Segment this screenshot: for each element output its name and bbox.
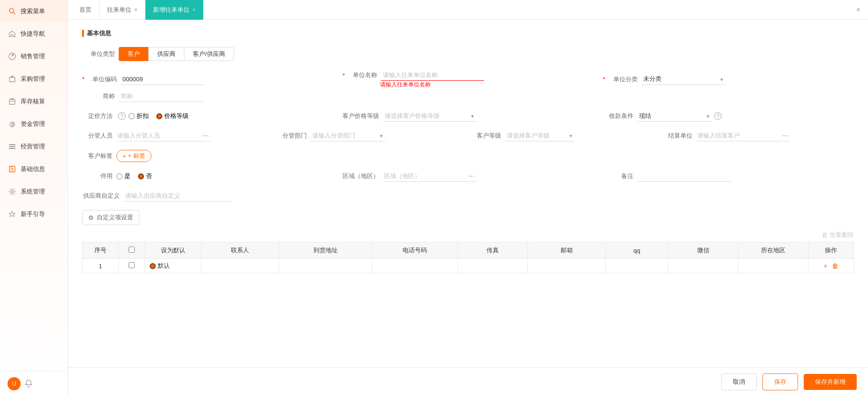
radio-discount-input[interactable] [129, 113, 135, 119]
dept-input[interactable] [311, 130, 386, 141]
sidebar-search[interactable]: 搜索菜单 [0, 0, 68, 23]
pricing-radio-group: 折扣 价格等级 [129, 112, 189, 120]
settings-gear-icon: ⚙ [88, 214, 94, 221]
abbr-input[interactable] [119, 91, 203, 102]
th-checkbox [119, 242, 145, 259]
sidebar-bottom: U [0, 371, 68, 396]
cell-email[interactable] [528, 259, 606, 273]
unit-type-label: 单位类型 [82, 50, 115, 58]
settlement-unit-input[interactable] [696, 130, 780, 141]
unit-category-select-wrap [641, 74, 726, 85]
supplier-custom-input[interactable] [123, 190, 231, 202]
sidebar-item-purchase[interactable]: 采购管理 [0, 68, 68, 90]
sidebar-item-operations[interactable]: 经营管理 [0, 135, 68, 158]
radio-yes[interactable]: 是 [116, 172, 130, 180]
save-button[interactable]: 保存 [762, 373, 798, 390]
delete-row-icon[interactable]: 🗑 [830, 262, 840, 270]
radio-price-level[interactable]: 价格等级 [156, 112, 189, 120]
customer-price-level-input[interactable] [383, 110, 477, 122]
chart-icon [8, 52, 17, 61]
cell-address[interactable] [279, 259, 372, 273]
row-checkbox[interactable] [129, 262, 135, 268]
user-avatar[interactable]: U [8, 377, 21, 390]
pricing-help-icon[interactable]: ? [118, 112, 126, 120]
sidebar-item-guide[interactable]: 新手引导 [0, 203, 68, 225]
unit-name-input[interactable] [381, 70, 484, 81]
tab-partner-list[interactable]: 往来单位 × [99, 0, 145, 20]
select-all-checkbox[interactable] [129, 247, 135, 253]
sidebar-item-sales[interactable]: 销售管理 [0, 45, 68, 68]
btn-customer[interactable]: 客户 [119, 47, 148, 61]
radio-discount[interactable]: 折扣 [129, 112, 149, 120]
btn-supplier[interactable]: 供应商 [148, 47, 184, 61]
sidebar-item-basic-info[interactable]: 基础信息 [0, 158, 68, 180]
save-and-add-button[interactable]: 保存并新增 [804, 374, 857, 390]
contact-input[interactable] [221, 263, 259, 270]
address-input[interactable] [302, 263, 349, 270]
tab-new-partner[interactable]: 新增往来单位 × [145, 0, 204, 20]
region-label: 区域（地区） [343, 172, 379, 180]
cell-wechat[interactable] [668, 259, 738, 273]
batch-delete-button[interactable]: 🗑 批量删除 [822, 231, 854, 239]
add-row-icon[interactable]: + [822, 262, 829, 270]
notification-icon[interactable] [24, 379, 33, 389]
search-icon [8, 7, 17, 16]
add-tag-button[interactable]: + + 标签 [116, 150, 152, 162]
remark-label: 备注 [603, 172, 633, 180]
radio-yes-input[interactable] [116, 173, 122, 179]
manager-input-wrap: ··· [116, 130, 210, 141]
svg-text:¥: ¥ [11, 121, 15, 128]
tab-new-partner-close[interactable]: × [192, 7, 196, 13]
custom-settings-button[interactable]: ⚙ 自定义项设置 [82, 210, 139, 225]
supplier-custom-label: 供应商自定义 [82, 192, 120, 200]
radio-price-level-input[interactable] [156, 113, 162, 119]
batch-delete-area: 🗑 批量删除 [82, 231, 854, 239]
sidebar-item-system[interactable]: 系统管理 [0, 180, 68, 203]
region-input[interactable] [383, 171, 467, 181]
row-default-radio-input[interactable] [150, 263, 156, 269]
region-dots-btn[interactable]: ··· [467, 172, 477, 180]
manager-input[interactable] [116, 130, 200, 141]
unit-code-input[interactable] [121, 74, 205, 85]
wechat-input[interactable] [687, 263, 720, 270]
batch-delete-icon: 🗑 [822, 232, 828, 239]
sidebar-item-inventory[interactable]: 库存核算 [0, 90, 68, 113]
fax-input[interactable] [476, 263, 509, 270]
customer-level-input[interactable] [505, 130, 575, 141]
sidebar-item-label: 基础信息 [21, 165, 45, 173]
section-bar [82, 30, 84, 37]
cell-contact[interactable] [201, 259, 279, 273]
radio-no-input[interactable] [138, 173, 144, 179]
tab-partner-list-close[interactable]: × [134, 7, 137, 13]
manager-dots-btn[interactable]: ··· [200, 132, 210, 140]
tab-home[interactable]: 首页 [72, 0, 99, 20]
row-region-input[interactable] [757, 263, 790, 270]
email-input[interactable] [548, 263, 586, 270]
svg-rect-8 [9, 144, 15, 145]
cell-dept: 分管部门 [276, 130, 466, 141]
settlement-unit-dots-btn[interactable]: ··· [780, 132, 790, 140]
row-manager-dept: 分管人员 ··· 分管部门 客户等级 结算单位 [82, 130, 854, 141]
cancel-button[interactable]: 取消 [721, 373, 757, 390]
global-close-button[interactable]: × [853, 6, 864, 14]
svg-rect-9 [9, 146, 15, 147]
qq-input[interactable] [623, 263, 651, 270]
radio-no[interactable]: 否 [138, 172, 152, 180]
btn-both[interactable]: 客户/供应商 [184, 47, 234, 61]
phone-input[interactable] [394, 263, 436, 270]
sidebar-item-label: 销售管理 [21, 52, 45, 61]
svg-rect-10 [9, 148, 15, 149]
cell-region[interactable] [738, 259, 808, 273]
sidebar-item-finance[interactable]: ¥ 资金管理 [0, 113, 68, 135]
payment-help-icon[interactable]: ? [714, 112, 722, 120]
cell-seq: 1 [83, 259, 119, 273]
payment-condition-input[interactable] [637, 110, 712, 122]
row-default-radio[interactable]: 默认 [150, 262, 196, 270]
unit-category-input[interactable] [641, 74, 726, 85]
cell-qq[interactable] [606, 259, 668, 273]
sidebar-item-quick-nav[interactable]: 快捷导航 [0, 23, 68, 45]
cell-settlement-unit: 结算单位 ··· [664, 130, 854, 141]
remark-input[interactable] [637, 171, 731, 182]
cell-phone[interactable] [372, 259, 457, 273]
cell-fax[interactable] [457, 259, 527, 273]
